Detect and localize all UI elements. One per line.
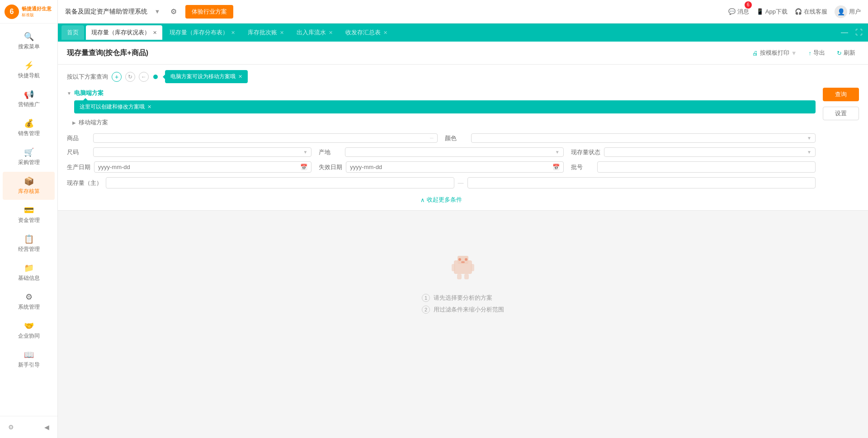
stock-status-select[interactable]: ▼	[604, 147, 816, 157]
app-download-btn[interactable]: 📱 App下载	[756, 8, 788, 16]
empty-illustration	[445, 247, 481, 283]
logo-icon: 6	[5, 5, 19, 19]
sidebar-item-system[interactable]: ⚙ 系统管理	[3, 287, 55, 316]
tab-close-inout-flow[interactable]: ✕	[329, 30, 333, 36]
message-btn[interactable]: 💬 消息 6	[728, 8, 749, 16]
filter-col-origin: 产地 ▼	[319, 147, 563, 157]
goods-select[interactable]: ···	[93, 133, 438, 143]
sidebar-settings-btn[interactable]: ⚙	[5, 421, 17, 433]
search-btn[interactable]: 查询	[823, 88, 859, 101]
stock-qty-max-input[interactable]	[467, 177, 816, 188]
tab-close-receipt-summary[interactable]: ✕	[383, 30, 387, 36]
page-title: 现存量查询(按仓库+商品)	[67, 48, 148, 58]
stock-qty-min-input[interactable]	[106, 177, 454, 188]
exp-date-input-wrap[interactable]: 📅	[346, 161, 563, 173]
mfg-date-input[interactable]	[98, 164, 298, 170]
expand-icon-desktop: ▼	[67, 91, 71, 96]
tabs-minimize-btn[interactable]: —	[839, 27, 850, 38]
purchase-icon: 🛒	[24, 147, 34, 157]
filter-right: 查询 设置	[823, 88, 859, 207]
filter-col-stock-qty: 现存量（主） —	[67, 177, 816, 188]
refresh-icon: ↻	[837, 50, 842, 57]
sidebar-item-purchase[interactable]: 🛒 采购管理	[3, 143, 55, 171]
mfg-date-calendar-icon[interactable]: 📅	[300, 164, 307, 170]
sidebar-item-inventory[interactable]: 📦 库存核算	[3, 172, 55, 200]
batch-input[interactable]	[597, 161, 816, 173]
sidebar-item-operations[interactable]: 📋 经营管理	[3, 230, 55, 258]
sales-icon: 💰	[24, 118, 34, 128]
tab-close-batch-account[interactable]: ✕	[280, 30, 284, 36]
filter-refresh-btn[interactable]: ↻	[125, 72, 135, 82]
scheme-tooltip-close[interactable]: ✕	[238, 74, 242, 80]
page-content: 现存量查询(按仓库+商品) 🖨 按模板打印 ▼ ↑ 导出 ↻ 刷新	[58, 42, 868, 438]
print-btn[interactable]: 🖨 按模板打印 ▼	[749, 47, 801, 59]
tab-batch-account[interactable]: 库存批次账 ✕	[242, 25, 289, 40]
size-select[interactable]: ▼	[93, 147, 311, 157]
filter-col-batch: 批号	[571, 161, 816, 173]
search-icon: 🔍	[24, 32, 34, 42]
tabs-maximize-btn[interactable]: ⛶	[854, 27, 864, 38]
tab-inout-flow[interactable]: 出入库流水 ✕	[291, 25, 338, 40]
sidebar-item-basic[interactable]: 📁 基础信息	[3, 259, 55, 287]
sidebar-item-guide[interactable]: 📖 新手引导	[3, 345, 55, 373]
print-icon: 🖨	[752, 50, 758, 57]
filter-left: ▼ 电脑端方案 这里可以创建和修改方案哦 ✕ ▶ 移动端方案	[67, 88, 816, 207]
filter-back-btn[interactable]: ←	[139, 72, 149, 82]
expand-icon-mobile: ▶	[72, 120, 76, 125]
scheme-item-desktop[interactable]: ▼ 电脑端方案	[67, 88, 816, 99]
empty-tips: 1 请先选择要分析的方案 2 用过滤条件来缩小分析范围	[422, 292, 504, 316]
reset-btn[interactable]: 设置	[823, 107, 859, 120]
goods-label: 商品	[67, 134, 90, 142]
sidebar-item-enterprise[interactable]: 🤝 企业协同	[3, 316, 55, 344]
color-select[interactable]: ▼	[471, 133, 816, 143]
tab-inventory-dist[interactable]: 现存量（库存分布表） ✕	[164, 25, 241, 40]
system-dropdown-btn[interactable]: ▼	[153, 7, 162, 16]
export-btn[interactable]: ↑ 导出	[805, 47, 829, 59]
filter-row-3: 生产日期 📅 失效日期 📅	[67, 161, 816, 173]
sidebar-item-search[interactable]: 🔍 搜索菜单	[3, 27, 55, 55]
tab-receipt-summary[interactable]: 收发存汇总表 ✕	[340, 25, 393, 40]
collapse-btn[interactable]: ∧ 收起更多条件	[67, 193, 816, 207]
sidebar-collapse-btn[interactable]: ◀	[40, 421, 53, 433]
mfg-date-label: 生产日期	[67, 163, 90, 171]
filter-col-exp-date: 失效日期 📅	[319, 161, 563, 173]
scheme-tooltip: 电脑方案可设为移动方案哦 ✕	[165, 70, 248, 83]
stock-status-dropdown-icon: ▼	[807, 150, 811, 155]
message-icon: 💬	[728, 8, 736, 15]
tab-home[interactable]: 首页	[61, 25, 84, 40]
header-settings-btn[interactable]: ⚙	[167, 5, 180, 18]
basic-icon: 📁	[24, 263, 34, 273]
exp-date-calendar-icon[interactable]: 📅	[552, 164, 560, 170]
trial-btn[interactable]: 体验行业方案	[185, 5, 233, 19]
origin-select[interactable]: ▼	[345, 147, 563, 157]
svg-rect-8	[464, 274, 469, 279]
filter-label: 按以下方案查询	[67, 73, 108, 81]
filter-rows: 商品 ··· 颜色 ▼	[67, 133, 816, 188]
message-badge: 6	[745, 1, 752, 9]
tab-close-inventory-dist[interactable]: ✕	[231, 30, 235, 36]
header-right: 💬 消息 6 📱 App下载 🎧 在线客服 👤 用户	[728, 5, 861, 18]
sidebar-item-finance[interactable]: 💳 资金管理	[3, 201, 55, 229]
origin-dropdown-icon: ▼	[555, 150, 560, 155]
edit-tooltip-close[interactable]: ✕	[147, 104, 151, 110]
tabs-bar: 首页 现存量（库存状况表） ✕ 现存量（库存分布表） ✕ 库存批次账 ✕ 出入库…	[58, 24, 868, 42]
export-icon: ↑	[809, 50, 812, 57]
sidebar-item-sales[interactable]: 💰 销售管理	[3, 114, 55, 142]
sidebar-menu: 🔍 搜索菜单 ⚡ 快捷导航 📢 营销推广 💰 销售管理 🛒 采购管理 📦 库存核…	[0, 24, 57, 416]
refresh-btn[interactable]: ↻ 刷新	[833, 47, 859, 59]
size-label: 尺码	[67, 148, 90, 156]
user-menu-btn[interactable]: 👤 用户	[835, 5, 861, 18]
finance-icon: 💳	[24, 205, 34, 215]
scheme-item-mobile[interactable]: ▶ 移动端方案	[67, 117, 816, 128]
tab-inventory-status[interactable]: 现存量（库存状况表） ✕	[86, 25, 162, 40]
logo-area: 6 畅捷通好生意 标准版	[0, 0, 57, 24]
sidebar-item-quicknav[interactable]: ⚡ 快捷导航	[3, 56, 55, 84]
marketing-icon: 📢	[24, 89, 34, 99]
online-support-btn[interactable]: 🎧 在线客服	[795, 8, 827, 16]
mfg-date-input-wrap[interactable]: 📅	[94, 161, 311, 173]
tab-close-inventory-status[interactable]: ✕	[153, 30, 157, 36]
sidebar-item-marketing[interactable]: 📢 营销推广	[3, 85, 55, 113]
empty-tip-1: 1 请先选择要分析的方案	[422, 292, 504, 304]
filter-add-btn[interactable]: +	[112, 72, 122, 82]
exp-date-input[interactable]	[350, 164, 550, 170]
